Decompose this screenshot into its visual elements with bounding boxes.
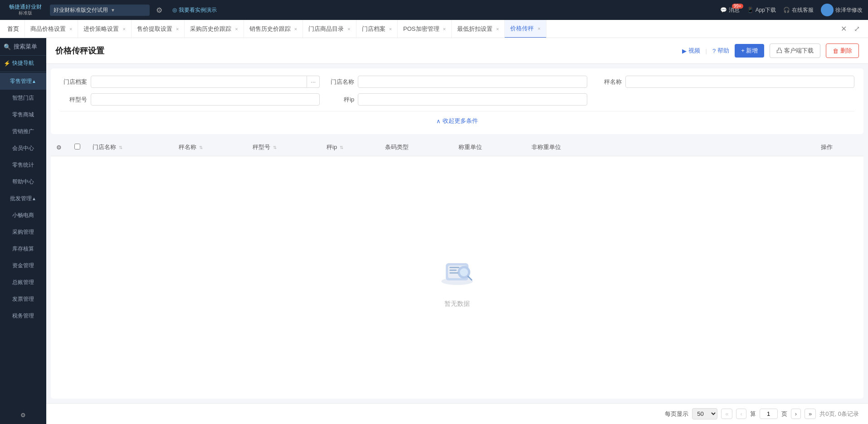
- scale-model-input[interactable]: [91, 93, 320, 106]
- download-button[interactable]: 凸 客户端下载: [770, 43, 820, 58]
- page-suffix: 页: [781, 410, 787, 418]
- logo-sub: 标准版: [19, 10, 32, 16]
- app-download-btn[interactable]: 📱 App下载: [747, 6, 776, 14]
- sidebar-item-marketing[interactable]: 营销推广: [0, 123, 46, 140]
- user-area[interactable]: 徐泽华修改: [821, 4, 863, 16]
- sidebar-item-invoice[interactable]: 发票管理: [0, 291, 46, 308]
- separator: |: [706, 48, 707, 54]
- col-barcode-type-label: 条码类型: [385, 144, 409, 150]
- tab-sale-extract[interactable]: 售价提取设置×: [132, 20, 185, 38]
- expand-icon-wholesale: ▲: [32, 196, 36, 201]
- store-archive-input-group: ···: [91, 76, 320, 88]
- sidebar-item-retail-mgmt[interactable]: 零售管理▲: [0, 73, 46, 90]
- notifications-btn[interactable]: 💬 消息 99+: [720, 6, 740, 14]
- sidebar-item-purchase[interactable]: 采购管理: [0, 224, 46, 241]
- table-area: ⚙ 门店名称 ⇅ 秤名称 ⇅: [51, 139, 863, 399]
- table-header-row: ⚙ 门店名称 ⇅ 秤名称 ⇅: [51, 139, 863, 156]
- sidebar-item-tax[interactable]: 税务管理: [0, 308, 46, 324]
- col-non-weight-unit-label: 非称重单位: [532, 144, 561, 150]
- online-service-btn[interactable]: 🎧 在线客服: [783, 6, 814, 14]
- col-checkbox: [69, 139, 87, 156]
- svg-rect-7: [449, 270, 457, 271]
- sort-scale-ip-icon[interactable]: ⇅: [340, 145, 343, 150]
- sidebar-item-retail-stats[interactable]: 零售统计: [0, 157, 46, 173]
- chevron-down-icon: ▼: [111, 8, 115, 13]
- tab-min-discount[interactable]: 最低折扣设置×: [452, 20, 505, 38]
- sidebar-item-general-ledger[interactable]: 总账管理: [0, 274, 46, 291]
- tab-end-buttons: ✕ ⤢: [838, 24, 866, 34]
- video-link[interactable]: ▶ 视频: [682, 47, 700, 55]
- scale-ip-label: 秤ip: [327, 96, 354, 104]
- tab-purchase-history[interactable]: 采购历史价跟踪×: [185, 20, 244, 38]
- sidebar-item-xiaojiang[interactable]: 小畅电商: [0, 207, 46, 224]
- tab-store-catalog[interactable]: 门店商品目录×: [303, 20, 356, 38]
- first-page-btn[interactable]: «: [721, 409, 732, 419]
- help-link-label: 帮助: [717, 47, 729, 55]
- col-barcode-type: 条码类型: [380, 139, 453, 156]
- sort-scale-model-icon[interactable]: ⇅: [273, 145, 277, 150]
- sidebar-item-retail-mall[interactable]: 零售商城: [0, 106, 46, 123]
- tab-close-min-discount[interactable]: ×: [496, 26, 499, 32]
- scale-ip-input[interactable]: [358, 93, 587, 106]
- tab-home[interactable]: 首页: [2, 20, 25, 38]
- total-info: 共0页, 0条记录: [819, 410, 859, 418]
- collapse-btn[interactable]: ∧ 收起更多条件: [60, 115, 854, 127]
- tab-close-purchase-strategy[interactable]: ×: [122, 26, 125, 32]
- sidebar-item-member[interactable]: 会员中心: [0, 140, 46, 157]
- maximize-tab-btn[interactable]: ⤢: [851, 24, 863, 34]
- settings-icon[interactable]: ⚙: [154, 4, 164, 16]
- chevron-up-icon: ∧: [436, 118, 441, 125]
- demo-link[interactable]: ◎ 我要看实例演示: [172, 6, 217, 14]
- col-operation-label: 操作: [821, 144, 833, 150]
- main-layout: 🔍 搜索菜单 ⚡ 快捷导航 零售管理▲智慧门店零售商城营销推广会员中心零售统计帮…: [0, 38, 868, 424]
- current-page-input[interactable]: [760, 409, 778, 419]
- tab-pos-management[interactable]: POS加密管理×: [398, 20, 452, 38]
- tab-close-pos-management[interactable]: ×: [443, 26, 446, 32]
- per-page-select[interactable]: 50 10 20 100: [692, 408, 717, 419]
- sidebar-item-finance[interactable]: 资金管理: [0, 257, 46, 274]
- video-icon: ▶: [682, 48, 687, 54]
- prev-page-btn[interactable]: ‹: [736, 409, 746, 419]
- tab-close-sale-extract[interactable]: ×: [176, 26, 179, 32]
- tab-store-archive[interactable]: 门店档案×: [356, 20, 398, 38]
- tab-close-price-transmit[interactable]: ×: [537, 26, 540, 31]
- add-button[interactable]: + 新增: [735, 44, 764, 58]
- sidebar-item-smart-store[interactable]: 智慧门店: [0, 90, 46, 106]
- sort-store-name-icon[interactable]: ⇅: [119, 145, 122, 150]
- sidebar-quick-nav[interactable]: ⚡ 快捷导航: [0, 56, 46, 71]
- scale-name-input[interactable]: [625, 76, 854, 88]
- store-name-input[interactable]: [358, 76, 587, 88]
- select-all-checkbox[interactable]: [74, 144, 80, 149]
- data-table: ⚙ 门店名称 ⇅ 秤名称 ⇅: [51, 139, 863, 156]
- tab-close-price-setting[interactable]: ×: [69, 26, 72, 32]
- tab-purchase-strategy[interactable]: 进价策略设置×: [78, 20, 131, 38]
- version-selector[interactable]: 好业财标准版交付试用 ▼: [50, 5, 150, 16]
- expand-icon-retail-mgmt: ▲: [32, 79, 36, 84]
- avatar: [821, 4, 834, 16]
- tab-price-transmit[interactable]: 价格传秤×: [505, 20, 546, 38]
- tab-price-setting[interactable]: 商品价格设置×: [25, 20, 78, 38]
- col-non-weight-unit: 非称重单位: [526, 139, 815, 156]
- tab-close-store-catalog[interactable]: ×: [347, 26, 350, 32]
- table-settings-icon[interactable]: ⚙: [56, 144, 62, 151]
- sidebar-gear-btn[interactable]: ⚙: [0, 406, 46, 424]
- sidebar-item-inventory[interactable]: 库存核算: [0, 241, 46, 257]
- store-archive-input[interactable]: [91, 76, 307, 88]
- delete-button[interactable]: 🗑 删除: [826, 43, 859, 58]
- sidebar-item-help[interactable]: 帮助中心: [0, 173, 46, 190]
- col-weight-unit: 称重单位: [453, 139, 527, 156]
- logo-title: 畅捷通好业财: [9, 4, 42, 10]
- help-link[interactable]: ? 帮助: [712, 47, 729, 55]
- col-operation: 操作: [815, 139, 863, 156]
- tab-close-sale-history[interactable]: ×: [294, 26, 297, 32]
- tab-sale-history[interactable]: 销售历史价跟踪×: [244, 20, 303, 38]
- tab-close-store-archive[interactable]: ×: [389, 26, 392, 32]
- close-tab-btn[interactable]: ✕: [838, 24, 849, 34]
- last-page-btn[interactable]: »: [805, 409, 816, 419]
- next-page-btn[interactable]: ›: [791, 409, 801, 419]
- sidebar-search[interactable]: 🔍 搜索菜单: [0, 38, 46, 56]
- tab-close-purchase-history[interactable]: ×: [235, 26, 238, 32]
- sidebar-item-wholesale[interactable]: 批发管理▲: [0, 190, 46, 207]
- store-archive-dots-btn[interactable]: ···: [307, 76, 320, 88]
- sort-scale-name-icon[interactable]: ⇅: [199, 145, 203, 150]
